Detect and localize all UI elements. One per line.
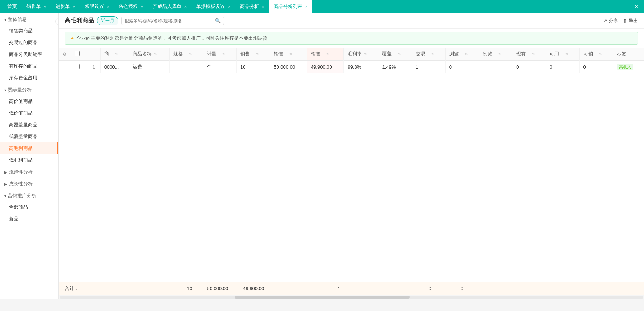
tab-home[interactable]: 首页	[3, 0, 21, 13]
header-actions: ↗ 分享 ⬆ 导出	[603, 18, 638, 24]
sort-icon-2: ⇅	[154, 52, 157, 56]
close-tab-product-in[interactable]: ×	[184, 4, 187, 9]
footer-bar: 合计： 10 50,000.00 49,900.00 1 0 0	[59, 282, 644, 295]
th-settings: ⚙	[59, 48, 71, 61]
sidebar-group-contribution[interactable]: ▾ 贡献量分析	[0, 84, 58, 95]
scroll-track	[60, 296, 643, 299]
th-coverage[interactable]: 覆盖... ⇅	[378, 48, 412, 61]
info-icon: ✦	[70, 36, 74, 41]
sort-icon-4: ⇅	[222, 52, 225, 56]
td-sales-qty: 10	[237, 61, 270, 73]
td-coverage: 1.49%	[378, 61, 412, 73]
arrow-down-icon-2: ▾	[4, 88, 6, 92]
sidebar-item-category-assist-rate[interactable]: 商品分类助销率	[0, 48, 58, 60]
tab-product-in[interactable]: 产成品入库单 ×	[148, 0, 191, 13]
footer-cells: 10 50,000.00 49,900.00 1 0 0	[80, 286, 638, 291]
th-sales-amount[interactable]: 销售... ⇅	[270, 48, 307, 61]
row-checkbox[interactable]	[75, 64, 80, 69]
td-sales-cost: 49,900.00	[307, 61, 344, 73]
share-btn[interactable]: ↗ 分享	[603, 18, 618, 24]
th-sales-qty[interactable]: 销售... ⇅	[237, 48, 270, 61]
th-transaction[interactable]: 交易... ⇅	[412, 48, 445, 61]
td-rownum: 1	[87, 61, 100, 73]
search-input[interactable]	[125, 18, 213, 23]
sidebar-item-sales-goods[interactable]: 销售类商品	[0, 25, 58, 37]
sort-icon-11: ⇅	[465, 52, 468, 56]
th-browse1[interactable]: 浏览... ⇅	[445, 48, 479, 61]
th-name[interactable]: 商品名称 ⇅	[129, 48, 170, 61]
td-current-stock: 0	[512, 61, 546, 73]
tab-role[interactable]: 角色授权 ×	[114, 0, 147, 13]
sidebar-item-low-value[interactable]: 低价值商品	[0, 107, 58, 119]
close-tab-template[interactable]: ×	[228, 4, 230, 9]
sort-icon-10: ⇅	[431, 52, 434, 56]
sidebar: « ▾ 整体信息 销售类商品 交易过的商品 商品分类助销率 有库存的商品 库存资…	[0, 13, 59, 299]
sidebar-item-high-gross[interactable]: 高毛利商品	[0, 142, 58, 154]
scroll-thumb[interactable]	[235, 296, 410, 299]
sidebar-group-growth[interactable]: ▶ 成长性分析	[0, 178, 58, 189]
footer-sales-cost: 49,900.00	[239, 286, 268, 291]
sidebar-item-in-stock-goods[interactable]: 有库存的商品	[0, 60, 58, 72]
tab-analysis-list[interactable]: 商品分析列表 ×	[269, 0, 312, 13]
table-container: ⚙ 商... ⇅ 商品名称 ⇅	[59, 48, 644, 282]
sidebar-item-low-coverage[interactable]: 低覆盖量商品	[0, 131, 58, 142]
footer-label: 合计：	[65, 285, 79, 292]
search-icon[interactable]: 🔍	[215, 18, 221, 23]
close-all-tabs[interactable]: ×	[632, 3, 641, 10]
th-code[interactable]: 商... ⇅	[100, 48, 129, 61]
sidebar-group-overall[interactable]: ▾ 整体信息	[0, 13, 58, 25]
arrow-right-icon: ▶	[4, 170, 7, 174]
td-transaction: 1	[412, 61, 445, 73]
sidebar-item-high-value[interactable]: 高价值商品	[0, 95, 58, 107]
content-area: 高毛利商品 近一月 🔍 ↗ 分享 ⬆ 导出 ✦ 企业的主要的利润都是这部分商品创…	[59, 13, 644, 299]
th-spec[interactable]: 规格... ⇅	[169, 48, 203, 61]
settings-icon[interactable]: ⚙	[62, 51, 67, 57]
tab-purchase[interactable]: 进货单 ×	[51, 0, 79, 13]
select-all-checkbox[interactable]	[75, 51, 80, 56]
footer-sales-qty: 10	[183, 286, 196, 291]
sidebar-item-low-gross[interactable]: 低毛利商品	[0, 154, 58, 166]
sidebar-item-new-goods[interactable]: 新品	[0, 213, 58, 225]
close-tab-purchase[interactable]: ×	[73, 4, 75, 9]
close-tab-analysis-list[interactable]: ×	[305, 4, 307, 9]
close-tab-analysis[interactable]: ×	[262, 4, 264, 9]
close-tab-permission[interactable]: ×	[107, 4, 109, 9]
th-tag[interactable]: 标签	[613, 48, 644, 61]
tab-sales[interactable]: 销售单 ×	[22, 0, 50, 13]
tab-analysis[interactable]: 商品分析 ×	[235, 0, 269, 13]
th-sales-cost[interactable]: 销售... ⇅	[307, 48, 344, 61]
footer-current-stock: 0	[425, 286, 435, 291]
info-banner-text: 企业的主要的利润都是这部分商品创造的，可考虑加大推广，同时关注库存是不要出现缺货	[76, 35, 267, 41]
footer-available-stock: 0	[457, 286, 467, 291]
sidebar-item-stock-capital[interactable]: 库存资金占用	[0, 72, 58, 84]
th-unit[interactable]: 计量... ⇅	[203, 48, 236, 61]
sidebar-group-trend[interactable]: ▶ 流趋性分析	[0, 166, 58, 178]
close-tab-role[interactable]: ×	[141, 4, 143, 9]
td-checkbox	[71, 61, 87, 73]
th-current-stock[interactable]: 现有... ⇅	[512, 48, 546, 61]
sort-icon-15: ⇅	[599, 52, 602, 56]
sort-icon-6: ⇅	[289, 52, 292, 56]
filter-month-btn[interactable]: 近一月	[97, 16, 118, 25]
bottom-scrollbar[interactable]	[59, 295, 644, 299]
th-browse2[interactable]: 浏览... ⇅	[479, 48, 512, 61]
tab-permission[interactable]: 权限设置 ×	[80, 0, 114, 13]
close-tab-sales[interactable]: ×	[44, 4, 46, 9]
tab-template[interactable]: 单据模板设置 ×	[192, 0, 234, 13]
td-code: 0000...	[100, 61, 129, 73]
td-saleable-stock: 0	[579, 61, 613, 73]
sidebar-item-traded-goods[interactable]: 交易过的商品	[0, 37, 58, 48]
th-gross-margin[interactable]: 毛利率 ⇅	[344, 48, 378, 61]
td-available-stock: 0	[546, 61, 579, 73]
td-gross-margin: 99.8%	[344, 61, 378, 73]
td-unit: 个	[203, 61, 236, 73]
sidebar-item-high-coverage[interactable]: 高覆盖量商品	[0, 119, 58, 131]
sidebar-group-marketing[interactable]: ▾ 营销推广分析	[0, 189, 58, 201]
th-available-stock[interactable]: 可用... ⇅	[546, 48, 579, 61]
sort-icon-3: ⇅	[189, 52, 192, 56]
th-saleable-stock[interactable]: 可销... ⇅	[579, 48, 613, 61]
sort-icon-8: ⇅	[364, 52, 367, 56]
export-btn[interactable]: ⬆ 导出	[623, 18, 638, 24]
sidebar-item-all-goods[interactable]: 全部商品	[0, 201, 58, 213]
th-checkbox	[71, 48, 87, 61]
